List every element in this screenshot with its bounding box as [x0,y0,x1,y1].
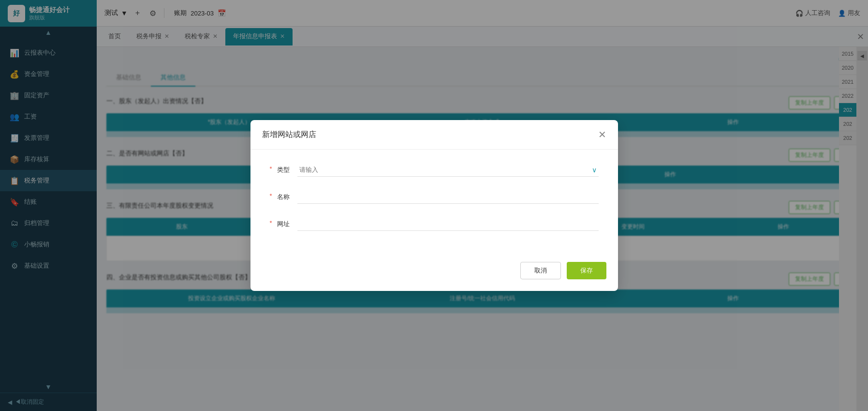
url-field: * 网址 [270,217,599,231]
cancel-button[interactable]: 取消 [520,262,561,279]
name-field: * 名称 [270,190,599,204]
type-label: 类型 [277,166,290,174]
type-select-wrapper[interactable]: ∨ [297,163,599,177]
type-select-arrow-icon: ∨ [592,166,599,174]
url-input[interactable] [297,217,599,231]
url-label: 网址 [277,220,290,228]
name-required-mark: * [270,192,272,199]
modal-close-button[interactable]: ✕ [598,129,606,140]
url-field-row: * 网址 [270,217,599,231]
modal-header: 新增网站或网店 ✕ [250,120,618,150]
modal-body: * 类型 ∨ * 名称 * [250,150,618,254]
type-select-input[interactable] [297,163,592,176]
type-field: * 类型 ∨ [270,163,599,177]
type-required-mark: * [270,165,272,172]
save-button[interactable]: 保存 [567,262,606,279]
modal-footer: 取消 保存 [250,254,618,291]
add-website-modal: 新增网站或网店 ✕ * 类型 ∨ * 名称 [250,120,618,291]
name-field-row: * 名称 [270,190,599,204]
modal-overlay: 新增网站或网店 ✕ * 类型 ∨ * 名称 [0,0,868,411]
modal-title: 新增网站或网店 [262,130,316,140]
type-field-row: * 类型 ∨ [270,163,599,177]
url-required-mark: * [270,219,272,227]
name-input[interactable] [297,190,599,204]
name-label: 名称 [277,193,290,201]
